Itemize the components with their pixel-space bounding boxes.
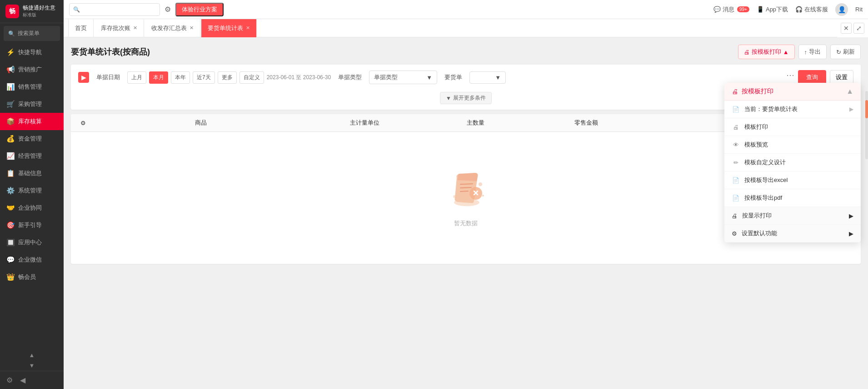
dropdown-current-template[interactable]: 📄 当前：要货单统计表 ▶: [724, 101, 861, 118]
doc-type-select[interactable]: 单据类型 ▼: [369, 71, 437, 84]
search-icon: 🔍: [8, 30, 15, 37]
empty-icon: [443, 168, 489, 214]
date-btn-custom[interactable]: 自定义: [239, 71, 264, 84]
online-service-action[interactable]: 🎧 在线客服: [795, 5, 828, 14]
dropdown-display-print-section[interactable]: 🖨 按显示打印 ▶: [724, 207, 861, 225]
sidebar-item-guide[interactable]: 🎯 新手引导: [0, 217, 64, 234]
sidebar-item-member[interactable]: 👑 畅会员: [0, 268, 64, 286]
design-icon: ✏: [732, 159, 740, 166]
date-btn-more[interactable]: 更多: [218, 71, 237, 84]
sidebar-item-apps[interactable]: 🔲 应用中心: [0, 234, 64, 251]
user-avatar[interactable]: 👤: [835, 3, 848, 16]
empty-text: 暂无数据: [454, 219, 478, 227]
messages-badge: 99+: [737, 6, 749, 12]
sidebar-item-label: 经营管理: [18, 152, 42, 160]
tab-close-icon[interactable]: ✕: [133, 25, 137, 31]
sidebar-nav: ⚡ 快捷导航 📢 营销推广 📊 销售管理 🛒 采购管理 📦 库存核算 💰 资金管…: [0, 44, 64, 350]
export-pdf-label: 按模板导出pdf: [744, 194, 853, 202]
export-button[interactable]: ↑ 导出: [798, 45, 827, 59]
system-icon: ⚙️: [6, 187, 15, 195]
tab-order-stats[interactable]: 要货单统计表 ✕: [201, 19, 257, 37]
topbar-search[interactable]: 🔍: [69, 3, 160, 16]
tab-home[interactable]: 首页: [68, 19, 94, 37]
refresh-button[interactable]: ↻ 刷新: [830, 45, 861, 59]
dropdown-close-icon[interactable]: ▲: [846, 87, 853, 96]
chevron-down-icon: ▼: [426, 74, 432, 81]
sidebar-search[interactable]: 🔍 搜索菜单: [4, 26, 60, 41]
refresh-icon: ↻: [836, 49, 841, 56]
tabbar: 首页 库存批次账 ✕ 收发存汇总表 ✕ 要货单统计表 ✕ ✕ ⤢: [64, 19, 868, 37]
col-amount: 零售金额: [534, 119, 639, 127]
date-btn-7days[interactable]: 近7天: [193, 71, 215, 84]
collapse-icon[interactable]: ◀: [20, 376, 25, 384]
app-logo: 畅 畅捷通好生意 标准版: [0, 0, 64, 23]
expand-label: 展开更多条件: [453, 94, 486, 102]
app-edition: 标准版: [23, 12, 55, 18]
sidebar-scroll-up[interactable]: ▲: [0, 350, 64, 360]
tab-inventory-batch[interactable]: 库存批次账 ✕: [95, 19, 144, 37]
sidebar-item-cooperation[interactable]: 🤝 企业协同: [0, 199, 64, 217]
promo-button[interactable]: 体验行业方案: [175, 3, 224, 16]
sidebar-item-label: 畅会员: [18, 273, 36, 281]
sidebar-scroll-down[interactable]: ▼: [0, 360, 64, 371]
current-template-label: 当前：要货单统计表: [744, 105, 845, 113]
tab-receivable-summary[interactable]: 收发存汇总表 ✕: [145, 19, 200, 37]
logo-icon: 畅: [5, 5, 19, 18]
app-download-label: App下载: [766, 5, 788, 14]
app-download-action[interactable]: 📱 App下载: [757, 5, 788, 14]
wechat-icon: 💬: [6, 256, 15, 264]
col-settings[interactable]: ⚙: [76, 120, 90, 126]
svg-point-2: [479, 182, 482, 186]
messages-action[interactable]: 💬 消息 99+: [713, 5, 749, 14]
sidebar-item-label: 销售管理: [18, 83, 42, 91]
expand-conditions-button[interactable]: ▼ 展开更多条件: [440, 92, 492, 104]
dropdown-export-excel[interactable]: 📄 按模板导出excel: [724, 172, 861, 189]
quick-nav-icon: ⚡: [6, 48, 15, 56]
dropdown-template-design[interactable]: ✏ 模板自定义设计: [724, 154, 861, 172]
date-btn-this-month[interactable]: 本月: [149, 71, 168, 84]
sidebar-item-sales[interactable]: 📊 销售管理: [0, 78, 64, 96]
tab-close-button[interactable]: ✕: [841, 23, 852, 34]
template-print-item-label: 模板打印: [744, 123, 853, 131]
dropdown-export-pdf[interactable]: 📄 按模板导出pdf: [724, 189, 861, 207]
sidebar-item-marketing[interactable]: 📢 营销推广: [0, 61, 64, 78]
tab-close-icon[interactable]: ✕: [190, 25, 194, 31]
messages-icon: 💬: [713, 6, 721, 13]
sidebar-item-quick-nav[interactable]: ⚡ 快捷导航: [0, 44, 64, 61]
sidebar-item-finance[interactable]: 💰 资金管理: [0, 130, 64, 147]
sidebar-item-system[interactable]: ⚙️ 系统管理: [0, 182, 64, 199]
tab-maximize-button[interactable]: ⤢: [853, 23, 864, 34]
sidebar-item-purchase[interactable]: 🛒 采购管理: [0, 96, 64, 113]
settings-icon[interactable]: ⚙: [6, 376, 13, 384]
sidebar-item-wechat[interactable]: 💬 企业微信: [0, 251, 64, 268]
sidebar-item-label: 库存核算: [18, 117, 42, 126]
print-icon: 🖨: [732, 124, 740, 131]
export-label: 导出: [809, 48, 821, 56]
dropdown-title-label: 按模板打印: [742, 87, 773, 96]
right-scrollbar[interactable]: [865, 91, 868, 159]
dropdown-template-print[interactable]: 🖨 模板打印: [724, 118, 861, 136]
svg-point-4: [482, 195, 484, 197]
order-flag-select[interactable]: ▼: [469, 71, 506, 84]
basic-icon: 📋: [6, 169, 15, 177]
dropdown-default-func-section[interactable]: ⚙ 设置默认功能 ▶: [724, 225, 861, 242]
sidebar-item-inventory[interactable]: 📦 库存核算: [0, 113, 64, 130]
sidebar-item-label: 快捷导航: [18, 48, 42, 56]
date-btn-this-year[interactable]: 本年: [171, 71, 190, 84]
date-range-text: 2023-06-01 至 2023-06-30: [267, 74, 331, 81]
dropdown-template-preview[interactable]: 👁 模板预览: [724, 136, 861, 154]
sidebar-item-operations[interactable]: 📈 经营管理: [0, 147, 64, 165]
template-print-button[interactable]: 🖨 按模板打印 ▲: [738, 45, 795, 59]
tab-close-icon[interactable]: ✕: [246, 25, 250, 31]
sidebar-item-label: 采购管理: [18, 100, 42, 108]
tabbar-controls: ✕ ⤢: [837, 19, 868, 37]
date-btn-prev-month[interactable]: 上月: [127, 71, 146, 84]
online-service-label: 在线客服: [804, 5, 828, 14]
sidebar-item-basic[interactable]: 📋 基础信息: [0, 165, 64, 182]
username: Rit: [855, 6, 863, 13]
topbar-gear-icon[interactable]: ⚙: [165, 5, 171, 14]
filter-expand-icon[interactable]: ▶: [78, 72, 89, 83]
dropdown-title: 🖨 按模板打印: [732, 87, 773, 96]
sidebar: 畅 畅捷通好生意 标准版 🔍 搜索菜单 ⚡ 快捷导航 📢 营销推广 📊 销售管理…: [0, 0, 64, 389]
sidebar-item-label: 应用中心: [18, 238, 42, 247]
